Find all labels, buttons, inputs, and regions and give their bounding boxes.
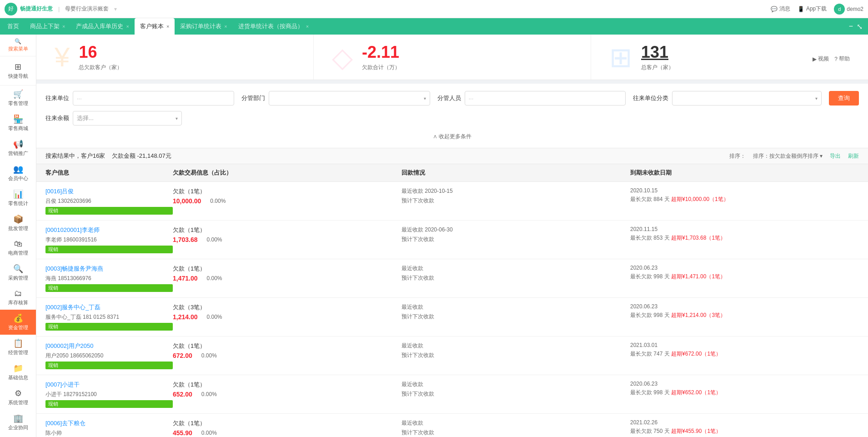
- search-button[interactable]: 查询: [829, 91, 859, 105]
- filter-label-balance: 往来余额: [45, 114, 69, 122]
- sidebar-item-marketing[interactable]: 📢 营销推广: [0, 136, 36, 161]
- sidebar-item-ops[interactable]: 📋 经营管理: [0, 335, 36, 360]
- table-row: [000002]用户2050 用户2050 18665062050 现销 欠款（…: [36, 337, 868, 375]
- sidebar-item-retail-mgmt[interactable]: 🛒 零售管理: [0, 85, 36, 111]
- icon-retail-shop: 🏪: [13, 114, 23, 124]
- icon-purchase: 🔍: [13, 264, 23, 274]
- next-pay-3: 预计下次收款: [401, 313, 630, 321]
- logo-area: 好 畅捷通好生意: [5, 3, 53, 15]
- customer-name-1[interactable]: [0001020001]李老师: [45, 226, 173, 234]
- stat-info-debt-amount: -2.11 欠款合计（万）: [362, 43, 400, 71]
- manager-input[interactable]: ···: [465, 91, 626, 105]
- tab-inbound-stats[interactable]: 进货单统计表（按商品）×: [233, 18, 314, 35]
- debt-amount-4: 672.00: [173, 352, 192, 359]
- due-date-6: 2021.02.26: [630, 419, 859, 426]
- overdue-link-1[interactable]: 超期¥1,703.68（1笔）: [671, 235, 726, 241]
- customer-name-5[interactable]: [0007]小进干: [45, 381, 173, 389]
- sidebar-item-retail-stats[interactable]: 📊 零售统计: [0, 186, 36, 211]
- refresh-button[interactable]: 刷新: [848, 152, 859, 160]
- debt-row-5: 欠款（1笔）: [173, 381, 401, 389]
- tab-production[interactable]: 产成品入库单历史×: [70, 18, 134, 35]
- sidebar-item-basic[interactable]: 📁 基础信息: [0, 360, 36, 385]
- sidebar-item-member[interactable]: 👥 会员中心: [0, 161, 36, 186]
- balance-value: 选择...: [77, 114, 94, 122]
- sort-label: 排序：: [729, 152, 746, 160]
- filter-from-unit: 往来单位 ···: [45, 91, 234, 105]
- from-unit-input[interactable]: ···: [73, 91, 234, 105]
- filter-balance: 往来余额 选择... ▾: [45, 111, 182, 126]
- label-member: 会员中心: [8, 175, 28, 182]
- sidebar-item-inventory[interactable]: 🗂 库存核算: [0, 285, 36, 310]
- tab-close-customer-account[interactable]: ×: [166, 24, 169, 29]
- icon-basic: 📁: [13, 363, 23, 373]
- tab-purchase-order[interactable]: 采购订单统计表×: [175, 18, 232, 35]
- filter-label-manager: 分管人员: [437, 94, 461, 102]
- overdue-link-4[interactable]: 超期¥672.00（1笔）: [671, 351, 721, 357]
- customer-name-2[interactable]: [0003]畅捷服务尹海燕: [45, 265, 173, 273]
- table-body: [0016]吕俊 吕俊 13026203696 现销 欠款（1笔） 10,000…: [36, 182, 868, 437]
- icon-system: ⚙: [15, 388, 22, 398]
- debt-info-2: 欠款（1笔） 1,471.00 0.00%: [173, 265, 401, 292]
- sidebar-item-system[interactable]: ⚙ 系统管理: [0, 385, 36, 410]
- sidebar-item-batch-mgmt[interactable]: 📦 批发管理: [0, 211, 36, 236]
- video-button[interactable]: ▶ 视频: [813, 55, 829, 63]
- tab-label-inbound-stats: 进货单统计表（按商品）: [238, 22, 303, 30]
- sidebar-item-ecommerce[interactable]: 🛍 电商管理: [0, 236, 36, 260]
- customer-name-3[interactable]: [0002]服务中心_丁磊: [45, 303, 173, 311]
- sidebar-item-quick-nav[interactable]: ⊞ 快捷导航: [0, 58, 36, 83]
- help-button[interactable]: ? 帮助: [834, 55, 850, 63]
- stat-icon-debt-customers: ¥: [55, 41, 70, 73]
- debt-info-3: 欠款（3笔） 1,214.00 0.00%: [173, 303, 401, 331]
- sidebar-item-finance[interactable]: 💰 资金管理: [0, 310, 36, 335]
- minimize-icon[interactable]: −: [849, 22, 853, 30]
- customer-name-6[interactable]: [0006]去下粮仓: [45, 419, 173, 427]
- sidebar-item-guide[interactable]: 🌟 新手引导: [0, 435, 36, 437]
- collapse-button[interactable]: ∧ 收起更多条件: [45, 131, 859, 144]
- customer-name-4[interactable]: [000002]用户2050: [45, 342, 173, 350]
- unit-category-select[interactable]: ▾: [672, 91, 822, 105]
- overdue-info-1: 2020.11.15 最长欠款 853 天 超期¥1,703.68（1笔）: [630, 226, 859, 253]
- user-menu[interactable]: d demo2: [834, 4, 863, 15]
- col-header-due: 到期未收款日期: [630, 169, 859, 177]
- overdue-info-2: 2020.06.23 最长欠款 998 天 超期¥1,471.00（1笔）: [630, 265, 859, 292]
- tab-home[interactable]: 首页: [2, 18, 25, 35]
- sort-select[interactable]: 排序：按欠款金额倒序排序 ▾: [753, 152, 823, 160]
- top-bar-right: 💬 消息 📱 App下载 d demo2: [771, 4, 863, 15]
- app-layout: 🔍 搜索菜单 ⊞ 快捷导航 🛒 零售管理 🏪 零售商城 📢 营销推广 👥 会员中…: [0, 35, 868, 437]
- next-pay-6: 预计下次收款: [401, 429, 630, 437]
- icon-corp: 🏢: [13, 413, 23, 423]
- tab-close-inbound-stats[interactable]: ×: [306, 24, 309, 29]
- customer-phone-5: 小进干 18279152100: [45, 391, 173, 398]
- overdue-link-5[interactable]: 超期¥652.00（1笔）: [671, 389, 721, 396]
- last-pay-date-0: 最近收款 2020-10-15: [401, 187, 630, 195]
- debt-count-4: 欠款（1笔）: [173, 342, 206, 350]
- app-download-button[interactable]: 📱 App下载: [798, 5, 827, 13]
- sidebar-item-retail-shop[interactable]: 🏪 零售商城: [0, 111, 36, 136]
- sidebar-item-purchase[interactable]: 🔍 采购管理: [0, 260, 36, 285]
- table-row: [0001020001]李老师 李老师 18600391516 现销 欠款（1笔…: [36, 221, 868, 259]
- main-content: ¥ 16 总欠款客户（家） ◇ -2.11 欠款合计（万） ⊞ 131 总: [36, 35, 868, 437]
- overdue-link-6[interactable]: 超期¥455.90（1笔）: [671, 428, 721, 434]
- maximize-icon[interactable]: ⤡: [857, 22, 863, 31]
- tabs-bar: 首页商品上下架×产成品入库单历史×客户账本×采购订单统计表×进货单统计表（按商品…: [0, 18, 868, 35]
- max-debt-days-0: 最长欠款 884 天 超期¥10,000.00（1笔）: [630, 196, 859, 203]
- tab-close-purchase-order[interactable]: ×: [224, 24, 227, 29]
- balance-select[interactable]: 选择... ▾: [73, 111, 182, 126]
- tab-customer-account[interactable]: 客户账本×: [135, 18, 175, 35]
- due-date-0: 2020.10.15: [630, 187, 859, 194]
- tab-close-production[interactable]: ×: [126, 24, 129, 29]
- tab-close-products[interactable]: ×: [62, 24, 65, 29]
- dept-select[interactable]: ▾: [269, 91, 430, 105]
- export-button[interactable]: 导出: [830, 152, 841, 160]
- table-row: [0007]小进干 小进干 18279152100 现销 欠款（1笔） 652.…: [36, 375, 868, 414]
- debt-count-0: 欠款（1笔）: [173, 187, 206, 196]
- customer-name-0[interactable]: [0016]吕俊: [45, 187, 173, 196]
- sidebar-search[interactable]: 🔍 搜索菜单: [0, 35, 36, 56]
- overdue-link-3[interactable]: 超期¥1,214.00（3笔）: [671, 312, 726, 318]
- sidebar-item-corp[interactable]: 🏢 企业协同: [0, 410, 36, 435]
- message-button[interactable]: 💬 消息: [771, 5, 790, 13]
- overdue-link-0[interactable]: 超期¥10,000.00（1笔）: [671, 196, 729, 202]
- tab-products[interactable]: 商品上下架×: [25, 18, 70, 35]
- filter-dept: 分管部门 ▾: [241, 91, 430, 105]
- overdue-link-2[interactable]: 超期¥1,471.00（1笔）: [671, 273, 726, 280]
